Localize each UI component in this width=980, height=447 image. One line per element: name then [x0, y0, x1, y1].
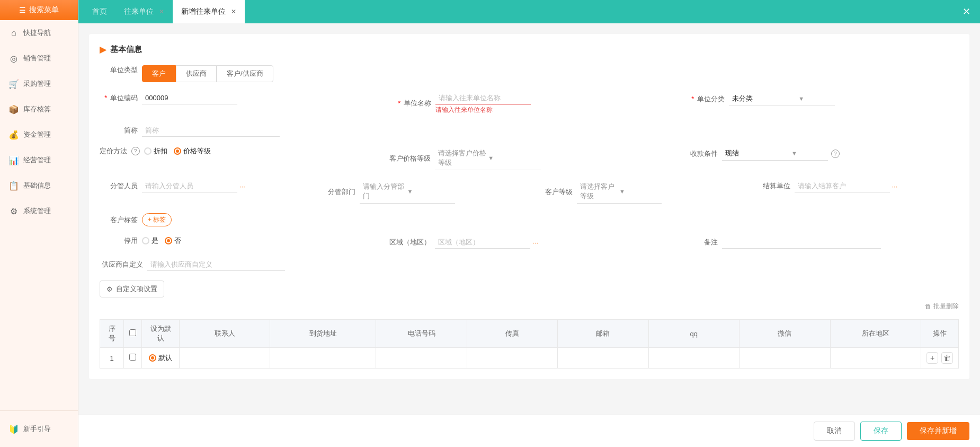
delete-row-btn[interactable]: 🗑: [941, 352, 953, 364]
cell-address[interactable]: [270, 348, 376, 369]
unit-category-label: * 单位分类: [687, 94, 729, 104]
tab-partners[interactable]: 往来单位 ✕: [115, 0, 173, 23]
cell-qq[interactable]: [648, 348, 740, 369]
tab-partners-close[interactable]: ✕: [159, 8, 164, 15]
tab-new-partner[interactable]: 新增往来单位 ✕: [173, 0, 245, 23]
sidebar-item-inventory[interactable]: 📦 库存核算: [0, 97, 78, 122]
customer-price-level-select[interactable]: 请选择客户价格等级 ▼: [435, 146, 541, 170]
region-dots[interactable]: ···: [532, 239, 538, 247]
batch-delete-btn[interactable]: 🗑 批量删除: [100, 302, 959, 311]
customer-price-level-arrow: ▼: [488, 155, 538, 161]
cell-seq: 1: [100, 348, 124, 369]
customer-level-arrow: ▼: [619, 188, 658, 195]
region-label: 区域（地区）: [389, 238, 435, 247]
close-all-tabs[interactable]: ✕: [958, 6, 975, 17]
cell-wechat[interactable]: [740, 348, 830, 369]
settlement-dots[interactable]: ···: [892, 182, 898, 190]
unit-code-input[interactable]: [142, 92, 237, 104]
customer-price-level-placeholder: 请选择客户价格等级: [438, 148, 488, 168]
sidebar-item-basic-info[interactable]: 📋 基础信息: [0, 173, 78, 198]
unit-name-error: 请输入往来单位名称: [435, 106, 531, 115]
sidebar-label: 快捷导航: [23, 28, 51, 38]
manager-dots[interactable]: ···: [239, 182, 245, 190]
customer-tag-label: 客户标签: [100, 215, 142, 225]
supplier-custom-input[interactable]: [147, 258, 285, 271]
field-unit-category: * 单位分类 未分类 ▼: [687, 92, 959, 106]
inventory-icon: 📦: [8, 104, 19, 115]
cell-email[interactable]: [558, 348, 648, 369]
field-short-name: 简称: [100, 124, 959, 137]
row-region-input[interactable]: [836, 354, 915, 362]
custom-settings-button[interactable]: ⚙ 自定义项设置: [100, 281, 164, 297]
add-row-btn[interactable]: +: [926, 352, 938, 364]
sidebar-item-operations[interactable]: 📊 经营管理: [0, 147, 78, 173]
row-pricing: 定价方法 ? 折扣 价格等级: [100, 146, 959, 170]
settlement-unit-input[interactable]: [795, 180, 890, 192]
sidebar-label: 新手引导: [23, 424, 51, 434]
sidebar-item-sales[interactable]: ◎ 销售管理: [0, 46, 78, 71]
col-email: 邮箱: [558, 320, 648, 348]
radio-no[interactable]: 否: [165, 236, 181, 246]
payment-terms-select[interactable]: 现结 ▼: [722, 146, 828, 161]
wechat-input[interactable]: [745, 354, 824, 362]
cancel-button[interactable]: 取消: [814, 422, 855, 441]
payment-terms-help-icon[interactable]: ?: [831, 150, 840, 158]
tab-home[interactable]: 首页: [84, 0, 115, 23]
pricing-method-label: 定价方法 ?: [100, 146, 144, 156]
unit-category-arrow: ▼: [798, 95, 832, 102]
sidebar-item-guide[interactable]: 🔰 新手引导: [0, 416, 78, 442]
manager-input[interactable]: [142, 180, 237, 192]
operations-icon: 📊: [8, 155, 19, 165]
qq-input[interactable]: [654, 354, 734, 362]
unit-type-both[interactable]: 客户/供应商: [217, 65, 273, 82]
unit-type-customer[interactable]: 客户: [142, 65, 176, 82]
default-radio[interactable]: 默认: [147, 353, 173, 363]
add-tag-button[interactable]: + 标签: [142, 213, 172, 226]
field-customer-level: 客户等级 请选择客户等级 ▼: [534, 180, 742, 204]
save-new-button[interactable]: 保存并新增: [907, 422, 969, 440]
region-input[interactable]: [435, 236, 530, 249]
row-checkbox[interactable]: [129, 354, 136, 361]
sidebar-item-finance[interactable]: 💰 资金管理: [0, 122, 78, 147]
remark-input[interactable]: [722, 236, 881, 249]
radio-yes[interactable]: 是: [142, 236, 158, 246]
required-star: *: [104, 94, 107, 102]
sidebar-item-system[interactable]: ⚙ 系统管理: [0, 198, 78, 224]
radio-discount[interactable]: 折扣: [144, 146, 167, 156]
add-tag-label: + 标签: [148, 215, 166, 224]
cell-checkbox[interactable]: [124, 348, 142, 369]
fax-input[interactable]: [473, 354, 552, 362]
cell-region[interactable]: [830, 348, 921, 369]
save-button[interactable]: 保存: [860, 422, 902, 441]
unit-category-select[interactable]: 未分类 ▼: [729, 92, 835, 106]
phone-input[interactable]: [381, 354, 461, 362]
email-input[interactable]: [563, 354, 643, 362]
unit-type-supplier[interactable]: 供应商: [176, 65, 217, 82]
tab-home-label: 首页: [92, 7, 107, 16]
col-checkbox[interactable]: [124, 320, 142, 348]
address-input[interactable]: [275, 354, 370, 362]
payment-terms-label: 收款条件: [680, 149, 722, 159]
department-select[interactable]: 请输入分管部门 ▼: [360, 180, 455, 204]
tab-new-partner-close[interactable]: ✕: [231, 8, 236, 15]
unit-name-input[interactable]: [435, 92, 531, 104]
cell-phone[interactable]: [376, 348, 467, 369]
cell-fax[interactable]: [467, 348, 557, 369]
radio-price-level[interactable]: 价格等级: [174, 146, 211, 156]
cell-contact[interactable]: [179, 348, 270, 369]
customer-level-select[interactable]: 请选择客户等级 ▼: [577, 180, 662, 204]
unit-type-row: 单位类型 客户 供应商 客户/供应商: [100, 65, 959, 82]
search-menu-btn[interactable]: ☰ 搜索菜单: [0, 0, 78, 20]
short-name-input[interactable]: [142, 124, 280, 137]
col-wechat: 微信: [740, 320, 830, 348]
basic-info-icon: 📋: [8, 180, 19, 191]
select-all-checkbox[interactable]: [129, 329, 136, 336]
row-customer-tag: 客户标签 + 标签: [100, 213, 959, 226]
sidebar: ☰ 搜索菜单 ⌂ 快捷导航 ◎ 销售管理 🛒 采购管理 📦 库存核算 💰 资金管…: [0, 0, 78, 447]
pricing-help-icon[interactable]: ?: [131, 147, 140, 155]
table-header: 序号 设为默认 联系人 到货地址 电话号码 传真 邮箱 qq 微信 所在地区 操…: [100, 320, 959, 348]
section-title-text: 基本信息: [110, 45, 142, 55]
sidebar-item-quick-nav[interactable]: ⌂ 快捷导航: [0, 20, 78, 46]
contact-input[interactable]: [185, 354, 264, 362]
sidebar-item-purchase[interactable]: 🛒 采购管理: [0, 71, 78, 97]
